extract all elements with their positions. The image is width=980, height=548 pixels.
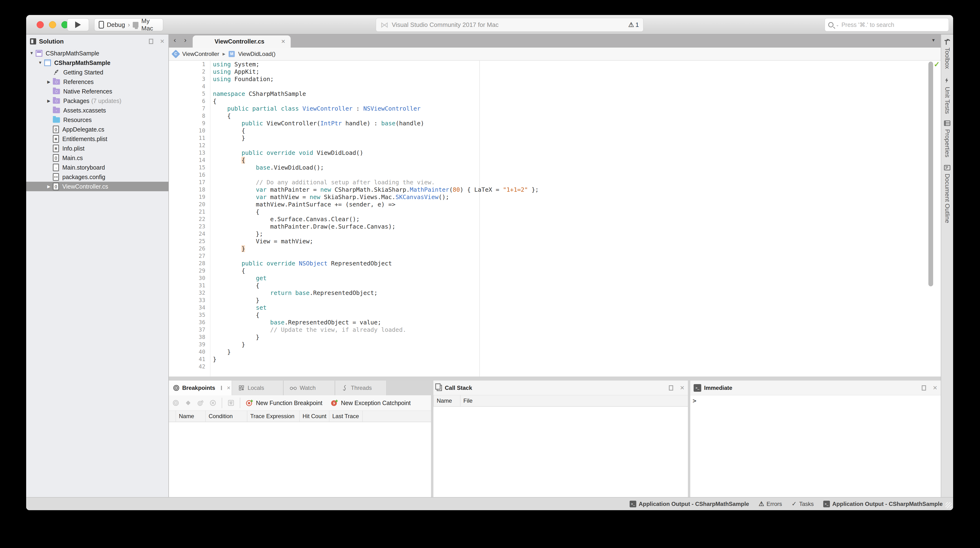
expander-icon[interactable]: ▶	[45, 184, 53, 189]
breakpoint-properties-icon[interactable]	[228, 399, 234, 407]
side-tab-properties[interactable]: Properties	[941, 120, 953, 157]
column-header-condition[interactable]: Condition	[206, 411, 247, 422]
tree-item-entitlements-plist[interactable]: ≣Entitlements.plist	[26, 134, 169, 144]
breadcrumb-method[interactable]: ViewDidLoad()	[238, 51, 275, 57]
close-icon[interactable]: ✕	[160, 38, 165, 45]
code-line[interactable]: 13 public override void ViewDidLoad()	[169, 149, 941, 157]
callstack-body[interactable]	[433, 407, 688, 497]
vertical-splitter[interactable]	[431, 381, 433, 497]
side-tab-unit-tests[interactable]: Unit Tests	[941, 77, 953, 114]
breadcrumb-class[interactable]: ViewController	[182, 51, 219, 57]
code-line[interactable]: 23 mathPainter.Draw(e.Surface.Canvas);	[169, 223, 941, 230]
code-line[interactable]: 30 get	[169, 275, 941, 282]
statusbar-item-application-output-csharpmathsample[interactable]: >_Application Output - CSharpMathSample	[630, 501, 749, 507]
expander-icon[interactable]: ▼	[28, 51, 36, 56]
statusbar-item-tasks[interactable]: ✓Tasks	[792, 500, 814, 508]
tree-item-main-cs[interactable]: {}Main.cs	[26, 153, 169, 163]
editor-scrollbar[interactable]	[928, 62, 933, 286]
tree-item-csharpmathsample[interactable]: ▼CSharpMathSample	[26, 49, 169, 58]
close-icon[interactable]: ✕	[227, 385, 231, 391]
expander-icon[interactable]: ▼	[36, 60, 44, 65]
remove-breakpoint-icon[interactable]	[197, 399, 204, 407]
tree-item-getting-started[interactable]: Getting Started	[26, 68, 169, 77]
column-header-last-trace[interactable]: Last Trace	[329, 411, 363, 422]
tab-viewcontroller-cs[interactable]: ViewController.cs ✕	[192, 35, 291, 48]
new-function-breakpoint-button[interactable]: New Function Breakpoint	[245, 399, 322, 407]
close-tab-icon[interactable]: ✕	[281, 38, 285, 45]
close-icon[interactable]: ✕	[933, 384, 937, 391]
code-line[interactable]: 37 // Update the view, if already loaded…	[169, 326, 941, 334]
dock-icon[interactable]	[149, 39, 153, 44]
tab-list-dropdown-icon[interactable]: ▼	[931, 38, 935, 43]
navigate-back-button[interactable]: ‹	[173, 36, 176, 44]
side-tab-document-outline[interactable]: Document Outline	[941, 164, 953, 223]
code-line[interactable]: 22 e.Surface.Canvas.Clear();	[169, 216, 941, 223]
code-line[interactable]: 5namespace CSharpMathSample	[169, 90, 941, 97]
code-line[interactable]: 41}	[169, 356, 941, 363]
code-line[interactable]: 11 }	[169, 134, 941, 142]
disable-breakpoint-icon[interactable]	[185, 399, 192, 407]
code-line[interactable]: 38 }	[169, 334, 941, 341]
code-line[interactable]: 8 {	[169, 112, 941, 120]
code-line[interactable]: 10 {	[169, 127, 941, 134]
immediate-prompt[interactable]: >	[693, 397, 697, 404]
breakpoints-body[interactable]	[169, 422, 431, 497]
code-line[interactable]: 35 {	[169, 311, 941, 319]
dock-icon[interactable]	[669, 385, 673, 391]
tab-watch[interactable]: Watch	[283, 381, 335, 395]
column-header-hit-count[interactable]: Hit Count	[300, 411, 329, 422]
code-line[interactable]: 29 {	[169, 267, 941, 275]
expander-icon[interactable]: ▶	[45, 98, 53, 103]
tree-item-info-plist[interactable]: ≣Info.plist	[26, 144, 169, 153]
code-line[interactable]: 2using AppKit;	[169, 68, 941, 75]
code-line[interactable]: 6{	[169, 97, 941, 105]
expander-icon[interactable]: ▶	[45, 79, 53, 84]
tree-item-packages[interactable]: ▶⬡Packages(7 updates)	[26, 96, 169, 106]
resize-grip[interactable]	[945, 502, 952, 508]
code-line[interactable]: 40 }	[169, 348, 941, 356]
code-editor[interactable]: 1using System;2using AppKit;3using Found…	[169, 60, 941, 376]
code-line[interactable]: 4	[169, 83, 941, 90]
tree-item-csharpmathsample[interactable]: ▼CSharpMathSample	[26, 58, 169, 68]
minimize-window-button[interactable]	[49, 21, 56, 28]
close-window-button[interactable]	[37, 21, 44, 28]
code-line[interactable]: 16	[169, 171, 941, 179]
code-line[interactable]: 12	[169, 142, 941, 149]
code-line[interactable]: 31 {	[169, 282, 941, 289]
tab-locals[interactable]: Locals	[232, 381, 283, 395]
tree-item-resources[interactable]: Resources	[26, 115, 169, 125]
tab-breakpoints[interactable]: Breakpoints ✕	[169, 381, 232, 395]
remove-all-icon[interactable]	[209, 399, 216, 407]
code-line[interactable]: 26 }	[169, 245, 941, 253]
column-header-file[interactable]: File	[460, 395, 688, 406]
code-line[interactable]: 18 var mathPainter = new CSharpMath.Skia…	[169, 186, 941, 193]
new-breakpoint-icon[interactable]	[172, 399, 179, 407]
tree-item-main-storyboard[interactable]: →Main.storyboard	[26, 163, 169, 172]
search-input[interactable]	[841, 21, 945, 28]
code-line[interactable]: 21 {	[169, 208, 941, 216]
tree-item-assets-xcassets[interactable]: ▫Assets.xcassets	[26, 106, 169, 115]
code-line[interactable]: 14 {	[169, 157, 941, 164]
dock-icon[interactable]	[922, 385, 926, 391]
code-line[interactable]: 1using System;	[169, 60, 941, 68]
run-button[interactable]	[67, 18, 89, 31]
tree-item-references[interactable]: ▶⬡References	[26, 77, 169, 87]
column-header-name[interactable]: Name	[176, 411, 206, 422]
code-line[interactable]: 3using Foundation;	[169, 75, 941, 83]
code-line[interactable]: 27	[169, 253, 941, 260]
code-line[interactable]: 34 set	[169, 304, 941, 311]
close-icon[interactable]: ✕	[680, 384, 684, 391]
column-header-name[interactable]: Name	[434, 395, 460, 406]
tree-item-native-references[interactable]: ⬡Native References	[26, 87, 169, 96]
code-line[interactable]: 25 View = mathView;	[169, 238, 941, 245]
code-line[interactable]: 42	[169, 363, 941, 370]
horizontal-splitter[interactable]	[169, 376, 941, 381]
code-line[interactable]: 33 }	[169, 297, 941, 304]
vertical-splitter[interactable]	[688, 381, 690, 497]
code-line[interactable]: 36 base.RepresentedObject = value;	[169, 319, 941, 326]
code-line[interactable]: 19 var mathView = new SkiaSharp.Views.Ma…	[169, 193, 941, 201]
code-line[interactable]: 15 base.ViewDidLoad();	[169, 164, 941, 171]
statusbar-item-errors[interactable]: ⚠Errors	[759, 500, 782, 508]
warning-badge[interactable]: ⚠ 1	[628, 21, 639, 29]
dock-icon[interactable]	[221, 386, 222, 390]
